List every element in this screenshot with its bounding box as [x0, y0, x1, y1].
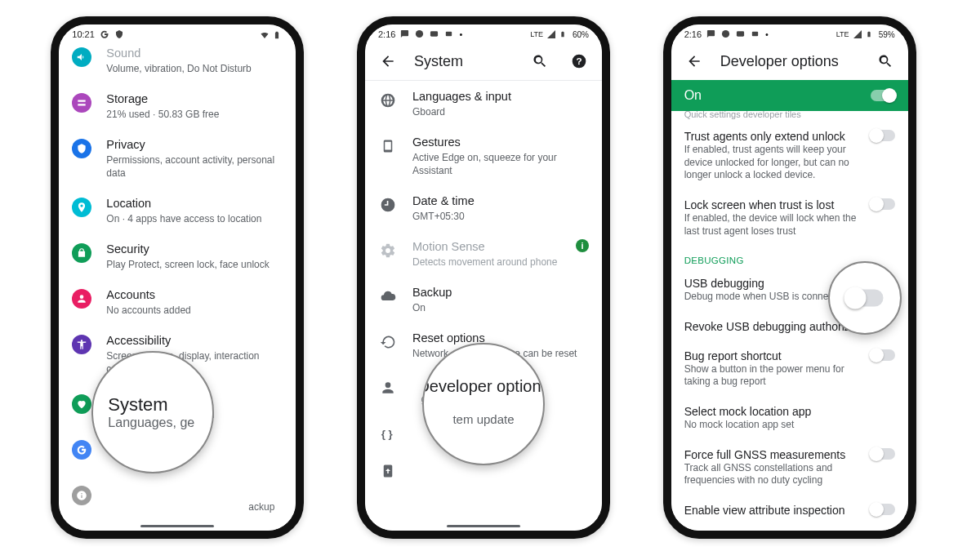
master-switch[interactable]: [871, 90, 895, 101]
dev-item-lock-trust[interactable]: Lock screen when trust is lostIf enabled…: [671, 190, 908, 246]
dev-item-quick-tiles[interactable]: Quick settings developer tiles: [671, 106, 908, 122]
settings-item-location[interactable]: LocationOn · 4 apps have access to locat…: [59, 188, 296, 233]
cloud-icon: [378, 287, 398, 306]
whatsapp-icon: [721, 29, 731, 39]
phone-developer-options: 2:16 • LTE 59% Developer options On: [663, 16, 916, 539]
notification-icon: [444, 29, 454, 39]
network-label: LTE: [530, 30, 543, 38]
app-bar: System ?: [365, 42, 602, 80]
user-icon: [378, 378, 398, 398]
magnifier-extra: tem update: [452, 412, 514, 426]
svg-text:?: ?: [576, 56, 582, 66]
settings-item-hidden[interactable]: ackup: [59, 476, 296, 522]
magnifier-subtitle: Languages, ge: [108, 416, 212, 430]
status-time: 10:21: [72, 29, 95, 39]
more-icon: •: [765, 29, 769, 39]
dev-item-mock-location[interactable]: Select mock location appNo mock location…: [671, 397, 908, 440]
switch-view-attr[interactable]: [871, 504, 895, 515]
magnifier-usb-switch: [828, 261, 902, 335]
page-title: System: [414, 53, 463, 70]
sound-icon: [72, 47, 91, 67]
message-icon: [400, 29, 410, 39]
reset-icon: [378, 332, 398, 352]
settings-item-accounts[interactable]: AccountsNo accounts added: [59, 279, 296, 325]
page-title: Developer options: [720, 53, 839, 70]
accessibility-icon: [72, 335, 91, 354]
status-bar: 2:16 • LTE 59%: [671, 24, 908, 42]
back-button[interactable]: [681, 48, 707, 74]
settings-item-sound[interactable]: SoundVolume, vibration, Do Not Disturb: [59, 42, 296, 83]
system-item-motion-sense[interactable]: Motion SenseDetects movement around phon…: [365, 231, 602, 277]
security-icon: [72, 243, 91, 263]
globe-icon: [378, 91, 398, 110]
system-item-date-time[interactable]: Date & timeGMT+05:30: [365, 185, 602, 231]
code-icon: { }: [378, 424, 398, 443]
accounts-icon: [72, 289, 91, 309]
svg-point-0: [416, 30, 423, 38]
signal-icon: [853, 29, 862, 39]
status-time: 2:16: [378, 29, 395, 39]
magnifier-developer: Developer options tem update: [422, 343, 545, 465]
shield-icon: [114, 29, 124, 39]
svg-rect-8: [752, 32, 758, 37]
search-button[interactable]: [527, 48, 553, 74]
settings-item-privacy[interactable]: PrivacyPermissions, account activity, pe…: [59, 129, 296, 188]
gear-icon: [378, 241, 398, 260]
settings-item-security[interactable]: SecurityPlay Protect, screen lock, face …: [59, 233, 296, 279]
banner-label: On: [684, 88, 702, 103]
youtube-icon: [736, 29, 746, 39]
phone-settings: 10:21 SoundVolume, vibration, Do Not Dis…: [51, 16, 304, 539]
whatsapp-icon: [415, 29, 425, 39]
battery-icon: [866, 29, 876, 39]
dev-item-view-attr[interactable]: Enable view attribute inspection: [671, 496, 908, 525]
settings-item-storage[interactable]: Storage21% used · 50.83 GB free: [59, 83, 296, 129]
magnifier-system: System Languages, ge: [91, 351, 214, 473]
notification-icon: [751, 29, 760, 39]
system-item-gestures[interactable]: GesturesActive Edge on, squeeze for your…: [365, 127, 602, 185]
status-bar: 10:21: [59, 24, 296, 42]
wifi-icon: [260, 29, 270, 39]
magnifier-title: Developer options: [422, 377, 545, 396]
battery-text: 60%: [573, 30, 589, 39]
network-label: LTE: [836, 30, 849, 38]
svg-rect-1: [430, 31, 438, 36]
status-time: 2:16: [684, 29, 702, 39]
dev-item-trust-agents[interactable]: Trust agents only extend unlockIf enable…: [671, 122, 908, 190]
youtube-icon: [430, 29, 439, 39]
svg-rect-2: [446, 32, 452, 37]
svg-text:{ }: { }: [381, 428, 393, 440]
status-bar: 2:16 • LTE 60%: [365, 24, 602, 42]
system-item-languages[interactable]: Languages & inputGboard: [365, 81, 602, 127]
signal-icon: [546, 29, 556, 39]
dev-item-gnss[interactable]: Force full GNSS measurementsTrack all GN…: [671, 440, 908, 496]
switch-usb-debugging[interactable]: [846, 290, 883, 307]
app-bar: Developer options: [671, 42, 908, 80]
nav-pill[interactable]: [140, 525, 214, 527]
magnifier-title: System: [108, 394, 212, 416]
search-button[interactable]: [872, 48, 898, 74]
google-g-icon: [72, 440, 91, 460]
update-icon: [378, 461, 398, 481]
back-button[interactable]: [375, 48, 401, 74]
battery-icon: [273, 29, 283, 39]
info-icon: [72, 486, 91, 505]
gestures-icon: [378, 136, 398, 156]
switch-gnss[interactable]: [871, 448, 895, 460]
phone-system: 2:16 • LTE 60% System ?: [357, 16, 610, 539]
nav-pill[interactable]: [447, 525, 520, 527]
switch-lock-trust[interactable]: [871, 198, 895, 210]
svg-point-6: [722, 30, 729, 38]
battery-icon: [559, 29, 569, 39]
help-button[interactable]: ?: [566, 48, 592, 74]
switch-bug-report[interactable]: [871, 349, 895, 361]
system-item-backup[interactable]: BackupOn: [365, 277, 602, 322]
google-icon: [100, 29, 109, 39]
more-icon: •: [459, 29, 462, 39]
location-icon: [72, 198, 91, 217]
dev-item-debug-app[interactable]: Select debug app: [671, 525, 908, 531]
dev-item-bug-report[interactable]: Bug report shortcutShow a button in the …: [671, 341, 908, 397]
battery-text: 59%: [879, 30, 895, 39]
switch-trust-agents[interactable]: [871, 130, 895, 141]
info-badge[interactable]: i: [576, 239, 589, 252]
wellbeing-icon: [72, 394, 91, 414]
